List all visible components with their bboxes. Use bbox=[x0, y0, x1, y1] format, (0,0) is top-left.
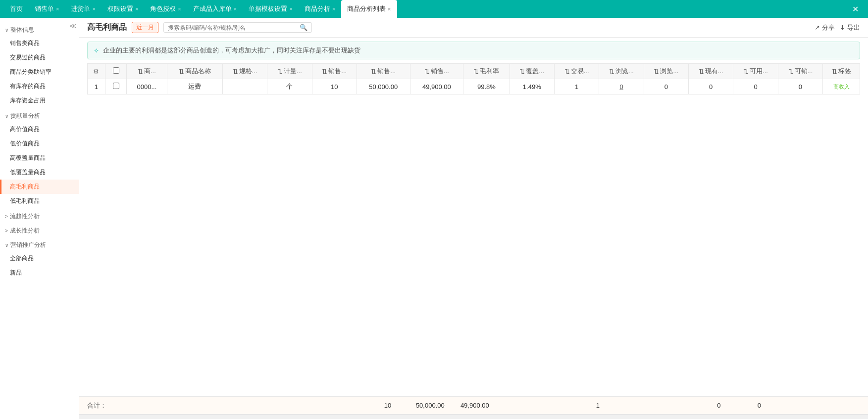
search-input[interactable] bbox=[168, 24, 300, 31]
horizontal-scrollbar[interactable] bbox=[79, 414, 868, 419]
col-header-spec[interactable]: ⇅规格... bbox=[222, 64, 267, 79]
col-header-browse2[interactable]: ⇅浏览... bbox=[644, 64, 688, 79]
footer-cell bbox=[659, 402, 699, 409]
filter-recent-month-button[interactable]: 近一月 bbox=[132, 22, 158, 33]
col-sort-icon[interactable]: ⇅ bbox=[473, 68, 479, 75]
select-all-checkbox[interactable] bbox=[113, 67, 119, 74]
sidebar-item-低毛利商品[interactable]: 低毛利商品 bbox=[0, 194, 79, 208]
nav-item-商品分析列表[interactable]: 商品分析列表 × bbox=[341, 0, 397, 18]
col-sort-icon[interactable]: ⇅ bbox=[832, 68, 837, 75]
window-close-button[interactable]: ✕ bbox=[846, 0, 864, 18]
nav-close-icon[interactable]: × bbox=[178, 6, 181, 12]
nav-close-icon[interactable]: × bbox=[388, 6, 391, 12]
col-sort-icon[interactable]: ⇅ bbox=[654, 68, 659, 75]
share-button[interactable]: ↗ 分享 bbox=[815, 23, 835, 32]
col-header-current[interactable]: ⇅现有... bbox=[689, 64, 733, 79]
col-sort-icon[interactable]: ⇅ bbox=[519, 68, 525, 75]
table-wrapper[interactable]: ⚙⇅商...⇅商品名称⇅规格...⇅计量...⇅销售...⇅销售...⇅销售..… bbox=[79, 63, 868, 396]
col-header-coverage[interactable]: ⇅覆盖... bbox=[510, 64, 554, 79]
col-header-code[interactable]: ⇅商... bbox=[127, 64, 167, 79]
browse-link[interactable]: 0 bbox=[619, 83, 623, 91]
nav-close-icon[interactable]: × bbox=[56, 6, 59, 12]
footer-cell bbox=[156, 402, 197, 409]
col-header-checkbox[interactable] bbox=[105, 64, 126, 79]
cell-sales_cost: 49,900.00 bbox=[410, 79, 463, 94]
col-sort-icon[interactable]: ⇅ bbox=[233, 68, 238, 75]
footer-cell: 0 bbox=[699, 402, 739, 409]
sidebar-item-销售类商品[interactable]: 销售类商品 bbox=[0, 36, 79, 50]
info-banner: ✧ 企业的主要的利润都是这部分商品创造的，可考虑加大推广，同时关注库存是不要出现… bbox=[87, 42, 860, 59]
sidebar-item-全部商品[interactable]: 全部商品 bbox=[0, 251, 79, 266]
col-header-gross_margin[interactable]: ⇅毛利率 bbox=[463, 64, 510, 79]
col-header-sellable[interactable]: ⇅可销... bbox=[778, 64, 822, 79]
footer-cell bbox=[197, 402, 237, 409]
cell-checkbox[interactable] bbox=[105, 79, 126, 94]
search-box: 🔍 bbox=[163, 22, 312, 33]
col-sort-icon[interactable]: ⇅ bbox=[743, 68, 749, 75]
col-sort-icon[interactable]: ⇅ bbox=[564, 68, 570, 75]
col-header-sales_qty[interactable]: ⇅销售... bbox=[312, 64, 357, 79]
export-icon: ⬇ bbox=[840, 24, 845, 31]
sidebar-item-高毛利商品[interactable]: 高毛利商品 bbox=[0, 180, 79, 194]
col-sort-icon[interactable]: ⇅ bbox=[609, 68, 614, 75]
window-controls: ✕ bbox=[846, 0, 864, 18]
sidebar-item-高价值商品[interactable]: 高价值商品 bbox=[0, 122, 79, 137]
top-nav: 首页销售单 ×进货单 ×权限设置 ×角色授权 ×产成品入库单 ×单据模板设置 ×… bbox=[0, 0, 868, 18]
nav-close-icon[interactable]: × bbox=[289, 6, 292, 12]
nav-close-icon[interactable]: × bbox=[332, 6, 335, 12]
col-sort-icon[interactable]: ⇅ bbox=[424, 68, 430, 75]
nav-close-icon[interactable]: × bbox=[234, 6, 237, 12]
sidebar-group-title[interactable]: ∨整体信息 bbox=[0, 22, 79, 36]
sidebar-item-低覆盖量商品[interactable]: 低覆盖量商品 bbox=[0, 165, 79, 180]
nav-item-权限设置[interactable]: 权限设置 × bbox=[102, 0, 144, 18]
sidebar-item-新品[interactable]: 新品 bbox=[0, 266, 79, 280]
col-sort-icon[interactable]: ⇅ bbox=[138, 68, 143, 75]
sidebar-group-title[interactable]: ∨贡献量分析 bbox=[0, 108, 79, 122]
col-sort-icon[interactable]: ⇅ bbox=[277, 68, 283, 75]
footer-cell: 10 bbox=[367, 402, 408, 409]
col-header-name[interactable]: ⇅商品名称 bbox=[167, 64, 222, 79]
nav-item-产成品入库单[interactable]: 产成品入库单 × bbox=[187, 0, 243, 18]
col-sort-icon[interactable]: ⇅ bbox=[322, 68, 327, 75]
settings-icon[interactable]: ⚙ bbox=[93, 68, 99, 75]
nav-item-首页[interactable]: 首页 bbox=[4, 0, 29, 18]
search-icon[interactable]: 🔍 bbox=[300, 24, 307, 31]
col-header-browse1[interactable]: ⇅浏览... bbox=[599, 64, 644, 79]
sidebar-item-低价值商品[interactable]: 低价值商品 bbox=[0, 137, 79, 151]
cell-trade: 1 bbox=[554, 79, 599, 94]
export-button[interactable]: ⬇ 导出 bbox=[840, 23, 860, 32]
col-sort-icon[interactable]: ⇅ bbox=[179, 68, 184, 75]
header-actions: ↗ 分享 ⬇ 导出 bbox=[815, 23, 860, 32]
nav-item-角色授权[interactable]: 角色授权 × bbox=[144, 0, 187, 18]
row-checkbox[interactable] bbox=[113, 83, 119, 89]
nav-item-进货单[interactable]: 进货单 × bbox=[65, 0, 101, 18]
col-header-sales_amount[interactable]: ⇅销售... bbox=[357, 64, 410, 79]
col-header-trade[interactable]: ⇅交易... bbox=[554, 64, 599, 79]
col-header-tag[interactable]: ⇅标签 bbox=[823, 64, 860, 79]
nav-item-单据模板设置[interactable]: 单据模板设置 × bbox=[243, 0, 298, 18]
col-header-settings[interactable]: ⚙ bbox=[88, 64, 105, 79]
col-header-unit[interactable]: ⇅计量... bbox=[267, 64, 312, 79]
data-table: ⚙⇅商...⇅商品名称⇅规格...⇅计量...⇅销售...⇅销售...⇅销售..… bbox=[87, 63, 860, 94]
nav-close-icon[interactable]: × bbox=[135, 6, 138, 12]
nav-close-icon[interactable]: × bbox=[92, 6, 95, 12]
footer-cell bbox=[820, 402, 860, 409]
sidebar-item-高覆盖量商品[interactable]: 高覆盖量商品 bbox=[0, 151, 79, 165]
col-sort-icon[interactable]: ⇅ bbox=[788, 68, 794, 75]
nav-item-商品分析[interactable]: 商品分析 × bbox=[299, 0, 341, 18]
sidebar-item-库存资金占用[interactable]: 库存资金占用 bbox=[0, 93, 79, 108]
sidebar-group-title[interactable]: >成长性分析 bbox=[0, 223, 79, 237]
col-header-sales_cost[interactable]: ⇅销售... bbox=[410, 64, 463, 79]
nav-item-销售单[interactable]: 销售单 × bbox=[29, 0, 65, 18]
sidebar-collapse-button[interactable]: ≪ bbox=[69, 22, 77, 30]
col-sort-icon[interactable]: ⇅ bbox=[371, 68, 376, 75]
sidebar-item-有库存的商品[interactable]: 有库存的商品 bbox=[0, 79, 79, 93]
sidebar-item-交易过的商品[interactable]: 交易过的商品 bbox=[0, 50, 79, 65]
sidebar-item-商品分类助销率[interactable]: 商品分类助销率 bbox=[0, 65, 79, 79]
footer-cell bbox=[618, 402, 658, 409]
sidebar-group-title[interactable]: >流趋性分析 bbox=[0, 208, 79, 223]
col-sort-icon[interactable]: ⇅ bbox=[699, 68, 704, 75]
sidebar-group: >成长性分析 bbox=[0, 223, 79, 237]
col-header-available[interactable]: ⇅可用... bbox=[733, 64, 778, 79]
sidebar-group-title[interactable]: ∨营销推广分析 bbox=[0, 237, 79, 251]
